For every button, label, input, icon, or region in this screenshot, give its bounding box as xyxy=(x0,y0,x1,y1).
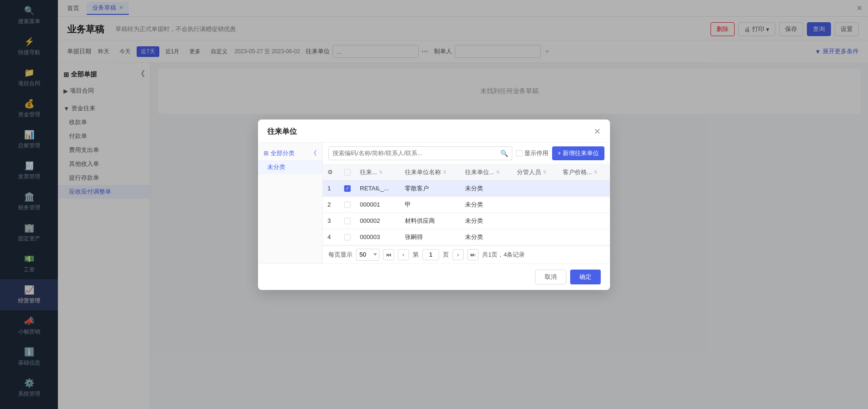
row-3-category: 未分类 xyxy=(460,213,512,229)
modal: 往来单位 ✕ ⊞ 全部分类 《 未分类 🔍 xyxy=(258,120,610,290)
row-1-code: RETAIL_... xyxy=(355,180,400,196)
modal-category-header: ⊞ 全部分类 《 xyxy=(258,146,322,160)
th-name: 往来单位名称 ⇅ xyxy=(400,164,460,181)
row-1-name: 零散客户 xyxy=(400,180,460,196)
settings-icon[interactable]: ⚙ xyxy=(327,169,333,176)
modal-header: 往来单位 ✕ xyxy=(258,120,610,143)
per-page-label: 每页显示 xyxy=(328,251,352,259)
modal-search-box[interactable]: 🔍 xyxy=(328,146,512,160)
row-1-num: 1 xyxy=(323,180,340,196)
row-2-code: 000001 xyxy=(355,196,400,213)
sort-category-icon[interactable]: ⇅ xyxy=(496,170,500,175)
page-num-label: 第 xyxy=(413,251,419,259)
row-2-category: 未分类 xyxy=(460,196,512,213)
page-word: 页 xyxy=(443,251,449,259)
row-2-num: 2 xyxy=(323,196,340,213)
table-row[interactable]: 2 000001 甲 未分类 xyxy=(323,196,610,213)
sort-name-icon[interactable]: ⇅ xyxy=(443,170,447,175)
row-3-name: 材料供应商 xyxy=(400,213,460,229)
row-4-code: 000003 xyxy=(355,229,400,245)
total-info: 共1页，4条记录 xyxy=(482,251,525,259)
sort-price-icon[interactable]: ⇅ xyxy=(594,170,598,175)
modal-actions: 取消 确定 xyxy=(258,264,610,290)
row-4-check[interactable] xyxy=(344,234,351,240)
row-1-price-level xyxy=(558,180,610,196)
select-all-checkbox[interactable] xyxy=(344,169,351,176)
row-1-checkbox[interactable]: ✓ xyxy=(340,180,355,196)
th-settings: ⚙ xyxy=(323,164,340,181)
row-1-category: 未分类 xyxy=(460,180,512,196)
grid-category-icon: ⊞ xyxy=(264,150,269,157)
modal-category-unclassified[interactable]: 未分类 xyxy=(258,160,322,174)
modal-table-head: ⚙ 往来... ⇅ xyxy=(323,164,610,181)
sort-salesperson-icon[interactable]: ⇅ xyxy=(543,170,547,175)
row-2-salesperson xyxy=(512,196,558,213)
row-2-checkbox[interactable] xyxy=(340,196,355,213)
row-4-salesperson xyxy=(512,229,558,245)
add-counterpart-button[interactable]: + 新增往来单位 xyxy=(552,146,604,160)
row-4-num: 4 xyxy=(323,229,340,245)
th-checkbox xyxy=(340,164,355,181)
modal-collapse-icon[interactable]: 《 xyxy=(310,149,317,157)
cancel-button[interactable]: 取消 xyxy=(535,270,566,284)
modal-title: 往来单位 xyxy=(267,127,297,137)
next-page-button[interactable]: › xyxy=(453,249,464,260)
per-page-select[interactable]: 50 100 200 xyxy=(356,249,379,261)
prev-page-button[interactable]: ‹ xyxy=(398,249,409,260)
th-price-level: 客户价格... ⇅ xyxy=(558,164,610,181)
modal-body: ⊞ 全部分类 《 未分类 🔍 显示停用 xyxy=(258,143,610,264)
row-4-category: 未分类 xyxy=(460,229,512,245)
row-4-checkbox[interactable] xyxy=(340,229,355,245)
search-icon: 🔍 xyxy=(500,150,508,157)
row-3-checkbox[interactable] xyxy=(340,213,355,229)
th-salesperson: 分管人员 ⇅ xyxy=(512,164,558,181)
modal-toolbar: 🔍 显示停用 + 新增往来单位 xyxy=(323,143,610,164)
table-row[interactable]: 4 000003 张嗣得 未分类 xyxy=(323,229,610,245)
row-1-check[interactable]: ✓ xyxy=(344,185,351,192)
table-row[interactable]: 3 000002 材料供应商 未分类 xyxy=(323,213,610,229)
modal-close-button[interactable]: ✕ xyxy=(594,127,601,136)
modal-pagination: 每页显示 50 100 200 ⏮ ‹ 第 页 › ⏭ 共1页，4条记录 xyxy=(323,245,610,264)
confirm-button[interactable]: 确定 xyxy=(570,270,601,284)
row-4-name: 张嗣得 xyxy=(400,229,460,245)
show-disabled-label: 显示停用 xyxy=(524,149,548,157)
row-3-price-level xyxy=(558,213,610,229)
row-2-check[interactable] xyxy=(344,201,351,208)
modal-right-panel: 🔍 显示停用 + 新增往来单位 ⚙ xyxy=(323,143,610,264)
modal-table-body: 1 ✓ RETAIL_... 零散客户 未分类 xyxy=(323,180,610,245)
row-4-price-level xyxy=(558,229,610,245)
row-2-price-level xyxy=(558,196,610,213)
page-num-input[interactable] xyxy=(422,249,439,260)
last-page-button[interactable]: ⏭ xyxy=(467,249,478,260)
row-3-code: 000002 xyxy=(355,213,400,229)
th-code: 往来... ⇅ xyxy=(355,164,400,181)
th-category: 往来单位... ⇅ xyxy=(460,164,512,181)
modal-table-wrap: ⚙ 往来... ⇅ xyxy=(323,164,610,245)
row-3-num: 3 xyxy=(323,213,340,229)
row-3-salesperson xyxy=(512,213,558,229)
modal-table: ⚙ 往来... ⇅ xyxy=(323,164,610,245)
modal-left-panel: ⊞ 全部分类 《 未分类 xyxy=(258,143,323,264)
row-1-salesperson xyxy=(512,180,558,196)
table-row[interactable]: 1 ✓ RETAIL_... 零散客户 未分类 xyxy=(323,180,610,196)
show-disabled-field: 显示停用 xyxy=(516,149,548,157)
first-page-button[interactable]: ⏮ xyxy=(383,249,394,260)
modal-overlay: 往来单位 ✕ ⊞ 全部分类 《 未分类 🔍 xyxy=(0,0,868,409)
row-3-check[interactable] xyxy=(344,218,351,224)
sort-code-icon[interactable]: ⇅ xyxy=(379,170,383,175)
row-2-name: 甲 xyxy=(400,196,460,213)
modal-search-input[interactable] xyxy=(333,150,498,157)
show-disabled-checkbox[interactable] xyxy=(516,150,522,157)
